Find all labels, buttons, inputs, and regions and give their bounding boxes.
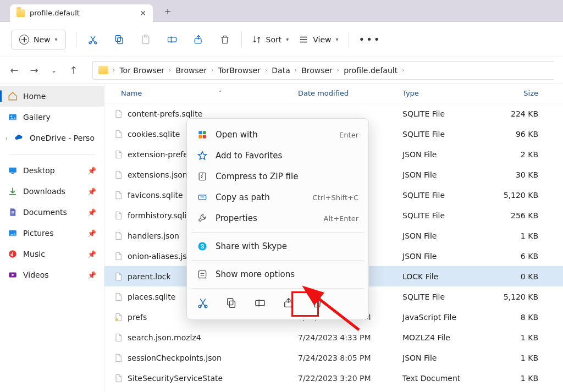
column-type[interactable]: Type xyxy=(402,89,490,97)
file-size: 224 KB xyxy=(490,109,543,118)
svg-rect-18 xyxy=(198,135,202,139)
sidebar-item-desktop[interactable]: Desktop 📌 xyxy=(0,160,104,181)
file-icon xyxy=(113,128,123,140)
file-icon xyxy=(113,311,123,323)
breadcrumb-item[interactable]: profile.default xyxy=(343,66,399,75)
file-icon xyxy=(113,291,123,303)
breadcrumb-item[interactable]: TorBrowser xyxy=(217,66,262,75)
breadcrumb[interactable]: › Tor Browser › Browser › TorBrowser › D… xyxy=(92,61,554,80)
file-icon xyxy=(113,332,123,344)
pin-icon[interactable]: 📌 xyxy=(87,167,96,175)
breadcrumb-item[interactable]: Tor Browser xyxy=(118,66,165,75)
sort-button[interactable]: Sort ▾ xyxy=(252,35,289,45)
svg-point-15 xyxy=(115,318,118,321)
copy-icon[interactable] xyxy=(225,297,238,309)
column-header-label: Size xyxy=(523,89,538,97)
new-button[interactable]: New ▾ xyxy=(11,30,66,49)
file-row[interactable]: search.json.mozlz47/24/2023 4:33 PMMOZLZ… xyxy=(104,327,563,347)
pin-icon[interactable]: 📌 xyxy=(87,187,96,196)
share-icon[interactable] xyxy=(283,297,295,309)
breadcrumb-item[interactable]: Data xyxy=(271,66,291,75)
chevron-right-icon: › xyxy=(265,67,267,74)
column-name[interactable]: Name ˄ xyxy=(104,89,298,97)
svg-rect-29 xyxy=(285,302,292,307)
svg-rect-3 xyxy=(115,35,120,41)
sidebar-item-pictures[interactable]: Pictures 📌 xyxy=(0,223,104,244)
desktop-icon xyxy=(8,165,18,175)
divider xyxy=(9,154,95,154)
file-size: 1 KB xyxy=(490,354,543,362)
cut-icon[interactable] xyxy=(86,33,100,46)
context-item[interactable]: Share with Skype xyxy=(187,236,368,257)
view-label: View xyxy=(313,35,331,44)
copy-icon[interactable] xyxy=(113,33,126,46)
rename-icon[interactable] xyxy=(165,33,179,46)
sidebar-item-label: Music xyxy=(23,250,45,258)
svg-point-9 xyxy=(10,115,12,117)
sidebar-item-onedrive[interactable]: › OneDrive - Perso xyxy=(0,128,104,148)
sidebar-item-label: OneDrive - Perso xyxy=(30,134,95,142)
pin-icon[interactable]: 📌 xyxy=(87,271,96,279)
sidebar-item-gallery[interactable]: Gallery xyxy=(0,107,104,128)
sidebar-item-home[interactable]: Home xyxy=(0,86,104,107)
file-row[interactable]: SiteSecurityServiceState7/22/2023 3:20 P… xyxy=(104,368,563,388)
divider xyxy=(191,288,364,289)
file-type: SQLITE File xyxy=(402,130,490,139)
rename-icon[interactable] xyxy=(254,297,266,309)
pin-icon[interactable]: 📌 xyxy=(87,229,96,238)
paste-icon[interactable] xyxy=(139,33,152,46)
tab-close-icon[interactable]: ✕ xyxy=(140,9,146,18)
column-size[interactable]: Size xyxy=(490,89,543,97)
new-tab-button[interactable]: ＋ xyxy=(163,4,173,18)
history-dropdown[interactable]: ⌄ xyxy=(46,63,62,78)
svg-rect-19 xyxy=(203,135,206,139)
view-button[interactable]: View ▾ xyxy=(299,35,338,45)
breadcrumb-item[interactable]: Browser xyxy=(175,66,208,75)
file-icon xyxy=(113,372,123,384)
pin-icon[interactable]: 📌 xyxy=(87,208,96,217)
file-row[interactable]: sessionCheckpoints.json7/24/2023 8:05 PM… xyxy=(104,347,563,368)
column-headers: Name ˄ Date modified Type Size xyxy=(104,84,563,103)
tab[interactable]: profile.default ✕ xyxy=(10,4,153,22)
sidebar-item-documents[interactable]: Documents 📌 xyxy=(0,202,104,223)
file-date: 7/24/2023 4:33 PM xyxy=(298,333,402,342)
delete-icon[interactable] xyxy=(311,297,323,309)
sidebar-item-downloads[interactable]: Downloads 📌 xyxy=(0,181,104,202)
svg-rect-7 xyxy=(195,38,201,43)
file-type: SQLITE File xyxy=(402,211,490,220)
file-name: SiteSecurityServiceState xyxy=(128,374,298,383)
file-icon xyxy=(113,108,123,120)
more-options-button[interactable]: ••• xyxy=(359,34,382,45)
context-item[interactable]: Copy as pathCtrl+Shift+C xyxy=(187,187,368,208)
divider xyxy=(241,32,242,47)
context-item[interactable]: Add to Favorites xyxy=(187,145,368,166)
file-icon xyxy=(113,250,123,262)
file-name: content-prefs.sqlite xyxy=(128,109,298,118)
context-item[interactable]: Compress to ZIP file xyxy=(187,166,368,187)
context-show-more[interactable]: Show more options xyxy=(187,264,368,285)
delete-icon[interactable] xyxy=(218,33,231,46)
back-button[interactable]: ← xyxy=(7,63,22,78)
file-type: LOCK File xyxy=(402,272,490,281)
share-icon[interactable] xyxy=(192,33,205,46)
file-icon xyxy=(113,169,123,181)
context-item[interactable]: Open withEnter xyxy=(187,124,368,145)
sidebar-item-videos[interactable]: Videos 📌 xyxy=(0,264,104,285)
up-button[interactable]: ↑ xyxy=(66,63,81,78)
toolbar: New ▾ Sort ▾ View ▾ ••• xyxy=(0,22,563,57)
breadcrumb-item[interactable]: Browser xyxy=(300,66,334,75)
star-icon xyxy=(197,150,208,161)
chevron-right-icon[interactable]: › xyxy=(0,135,13,142)
column-header-label: Date modified xyxy=(298,89,349,97)
videos-icon xyxy=(8,270,18,280)
pin-icon[interactable]: 📌 xyxy=(87,250,96,258)
context-menu: Open withEnterAdd to FavoritesCompress t… xyxy=(186,118,369,320)
sidebar-item-label: Documents xyxy=(23,208,67,217)
svg-rect-2 xyxy=(117,37,122,43)
cut-icon[interactable] xyxy=(197,297,209,309)
sidebar-item-music[interactable]: Music 📌 xyxy=(0,244,104,264)
context-item[interactable]: PropertiesAlt+Enter xyxy=(187,208,368,229)
forward-button[interactable]: → xyxy=(26,63,42,78)
divider xyxy=(191,260,364,261)
column-date[interactable]: Date modified xyxy=(298,89,402,97)
